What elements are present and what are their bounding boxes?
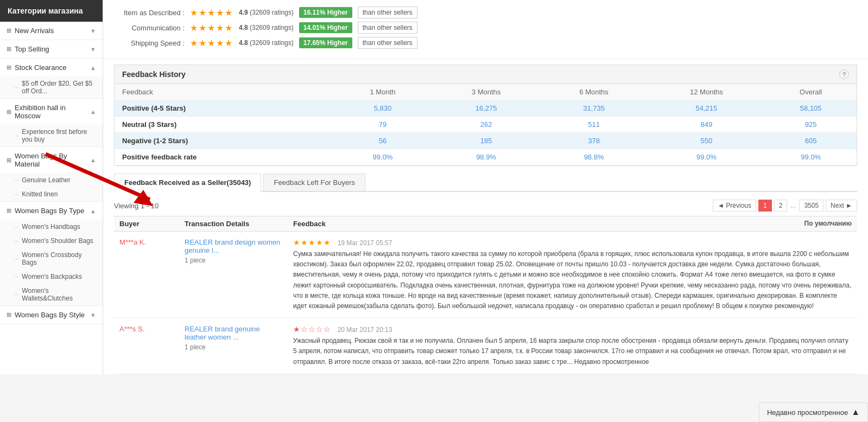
fh-col-header: 3 Months (432, 84, 540, 100)
feedback-buyer[interactable]: A***s S. (114, 325, 179, 333)
sidebar-sub-item[interactable]: Women's Handbags (0, 220, 103, 234)
page-button-1[interactable]: 1 (758, 200, 772, 212)
fh-row-value: 79 (333, 117, 433, 133)
feedback-text: Сумка замечательная! Не ожидала получить… (293, 249, 852, 311)
fh-row-value: 16,275 (432, 100, 540, 117)
col-sort-header[interactable]: По умолчанию (799, 220, 857, 228)
next-page-button[interactable]: Next ► (826, 200, 857, 212)
fh-row-value: 511 (540, 117, 648, 133)
feedback-list-header: Buyer Transaction Details Feedback По ум… (114, 216, 857, 232)
cat-label-left: ⊞ New Arrivals (7, 27, 54, 35)
sub-items-women-bags-material: Genuine LeatherKnitted linen (0, 173, 103, 201)
fh-row-value: 5,830 (333, 100, 433, 117)
sub-items-women-bags-type: Women's HandbagsWomen's Shoulder BagsWom… (0, 220, 103, 305)
fh-row-value: 262 (432, 117, 540, 133)
feedback-content: ★☆☆☆☆ 20 Mar 2017 20:13 Ужасный продавец… (288, 325, 857, 367)
fh-row-value: 56 (333, 133, 433, 149)
sidebar-category-header-top-selling[interactable]: ⊞ Top Selling ▼ (0, 40, 103, 58)
sidebar-sub-item[interactable]: $5 off Order $20, Get $5 off Ord... (0, 76, 103, 98)
sidebar-category-stock-clearance: ⊞ Stock Clearance ▲ $5 off Order $20, Ge… (0, 59, 103, 99)
fh-row: Neutral (3 Stars)79262511849925 (115, 117, 857, 133)
sidebar-category-header-stock-clearance[interactable]: ⊞ Stock Clearance ▲ (0, 59, 103, 76)
plus-icon: ⊞ (7, 46, 11, 53)
sidebar-sub-item[interactable]: Women's Crossbody Bags (0, 248, 103, 270)
star-rating: ★★★★★ (190, 38, 233, 48)
sidebar-category-top-selling: ⊞ Top Selling ▼ (0, 40, 103, 59)
tab-1[interactable]: Feedback Left For Buyers (263, 174, 365, 191)
feedback-stars: ★☆☆☆☆ (293, 325, 331, 334)
cat-label: Women Bags By Type (15, 207, 84, 215)
cat-label: Exhibition hall in Moscow (15, 104, 90, 120)
fh-row-value: 54,215 (648, 100, 765, 117)
sidebar-sub-item[interactable]: Genuine Leather (0, 173, 103, 187)
sidebar-category-header-exhibition-moscow[interactable]: ⊞ Exhibition hall in Moscow ▲ (0, 99, 103, 125)
plus-icon: ⊞ (7, 207, 11, 214)
plus-icon: ⊞ (7, 311, 11, 318)
sidebar-category-women-bags-type: ⊞ Women Bags By Type ▲ Women's HandbagsW… (0, 202, 103, 306)
fh-row-value: 99.0% (648, 149, 765, 165)
sidebar-category-header-new-arrivals[interactable]: ⊞ New Arrivals ▼ (0, 22, 103, 40)
fh-row-value: 58,105 (765, 100, 857, 117)
sidebar-category-header-women-bags-style[interactable]: ⊞ Women Bags By Style ▼ (0, 306, 103, 324)
fh-row-label: Positive feedback rate (115, 149, 333, 165)
cat-label: Stock Clearance (15, 63, 66, 72)
feedback-list: Buyer Transaction Details Feedback По ум… (114, 216, 857, 374)
page-button-3505[interactable]: 3505 (799, 200, 823, 212)
cat-label-left: ⊞ Top Selling (7, 45, 49, 53)
chevron-icon: ▲ (90, 157, 96, 163)
fh-col-header: 1 Month (333, 84, 433, 100)
sidebar-sub-item[interactable]: Women's Shoulder Bags (0, 234, 103, 248)
rating-score: 4.9 (32609 ratings) (239, 9, 294, 16)
feedback-transaction: REALER brand genuine leather women ... 1… (179, 325, 288, 351)
fh-row-value: 98.8% (540, 149, 648, 165)
sidebar-sub-item[interactable]: Experience first before you buy (0, 125, 103, 146)
transaction-link[interactable]: REALER brand genuine leather women ... (185, 325, 282, 341)
rating-badge: 14.01% Higher (299, 22, 352, 33)
cat-label-left: ⊞ Women Bags By Type (7, 207, 84, 215)
than-others-label: than other sellers (358, 7, 417, 18)
feedback-content: ★★★★★ 19 Mar 2017 05:57 Сумка замечатель… (288, 238, 857, 311)
page-dots: ... (789, 202, 797, 209)
transaction-link[interactable]: REALER brand design women genuine l... (185, 238, 282, 254)
sidebar-sub-item[interactable]: Knitted linen (0, 187, 103, 201)
plus-icon: ⊞ (7, 27, 11, 34)
cat-label: Women Bags By Style (15, 311, 85, 319)
sidebar-sub-item[interactable]: Women's Backpacks (0, 270, 103, 284)
feedback-entry-1: A***s S. REALER brand genuine leather wo… (114, 318, 857, 374)
col-buyer-header: Buyer (114, 220, 179, 228)
cat-label: New Arrivals (15, 27, 54, 35)
tab-0[interactable]: Feedback Received as a Seller(35043) (114, 174, 261, 192)
feedback-buyer[interactable]: M***a K. (114, 238, 179, 246)
fh-col-header: Feedback (115, 84, 333, 100)
fh-row-value: 185 (432, 133, 540, 149)
sidebar-category-header-women-bags-material[interactable]: ⊞ Women Bags By Material ▲ (0, 147, 103, 173)
sidebar-sub-item[interactable]: Women's Wallets&Clutches (0, 284, 103, 305)
sidebar-category-header-women-bags-type[interactable]: ⊞ Women Bags By Type ▲ (0, 202, 103, 220)
tabs-bar: Feedback Received as a Seller(35043)Feed… (114, 174, 857, 192)
sub-items-exhibition-moscow: Experience first before you buy (0, 125, 103, 146)
chevron-icon: ▼ (90, 312, 96, 318)
prev-page-button[interactable]: ◄ Previous (713, 200, 756, 212)
rating-label: Communication : (114, 24, 185, 32)
chevron-icon: ▼ (90, 46, 96, 53)
fh-col-header: 6 Months (540, 84, 648, 100)
cat-label: Top Selling (15, 45, 49, 53)
than-others-label: than other sellers (358, 37, 417, 49)
page-button-2[interactable]: 2 (774, 200, 788, 212)
help-icon[interactable]: ? (839, 69, 849, 79)
fh-row-value: 605 (765, 133, 857, 149)
sidebar-category-women-bags-style: ⊞ Women Bags By Style ▼ (0, 306, 103, 324)
sidebar-category-women-bags-material: ⊞ Women Bags By Material ▲ Genuine Leath… (0, 147, 103, 202)
sidebar-title: Категории магазина (0, 0, 103, 22)
fh-col-header: Overall (765, 84, 857, 100)
rating-label: Shipping Speed : (114, 39, 185, 47)
rating-row: Shipping Speed : ★★★★★ 4.8 (32609 rating… (114, 37, 857, 49)
feedback-stars: ★★★★★ (293, 238, 331, 247)
rating-row: Communication : ★★★★★ 4.8 (32609 ratings… (114, 22, 857, 34)
fh-row-value: 99.0% (765, 149, 857, 165)
chevron-icon: ▲ (90, 108, 96, 115)
cat-label: Women Bags By Material (15, 152, 90, 168)
fh-row-label: Neutral (3 Stars) (115, 117, 333, 133)
feedback-history-header: Feedback History ? (115, 65, 857, 84)
transaction-qty: 1 piece (185, 257, 282, 264)
